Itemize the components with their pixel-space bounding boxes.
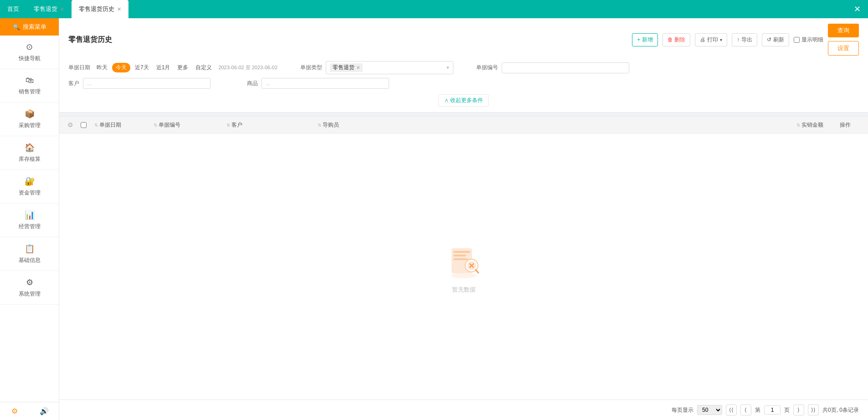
toolbar: + 新增 🗑 删除 🖨 打印 ▾ ↑ 导出 ↺ 刷新 — [632, 24, 859, 56]
th-gear[interactable]: ⚙ — [64, 121, 77, 128]
th-date: ⇅ 单据日期 — [91, 121, 150, 129]
collapse-button[interactable]: ∧ 收起更多条件 — [438, 94, 489, 107]
th-operation: 操作 — [827, 121, 863, 129]
sidebar-item-sales[interactable]: 🛍 销售管理 — [0, 69, 59, 102]
first-page-button[interactable]: ⟨⟨ — [726, 405, 737, 415]
filter-row-2: 客户 ... 商品 ... — [68, 78, 859, 89]
main-layout: 🔍 搜索菜单 ⊙ 快捷导航 🛍 销售管理 📦 采购管理 🏠 库存核算 🔐 资金管… — [0, 18, 868, 420]
total-info: 共0页, 0条记录 — [822, 406, 859, 414]
date-range-display: 2023-06-02 至 2023-06-02 — [218, 64, 277, 71]
tab-retail-return-history[interactable]: 零售退货历史 ✕ — [72, 0, 128, 18]
sidebar-item-business[interactable]: 📊 经营管理 — [0, 204, 59, 237]
collapse-row: ∧ 收起更多条件 — [68, 91, 859, 112]
goods-filter-select[interactable]: ... — [262, 78, 389, 89]
export-button[interactable]: ↑ 导出 — [732, 33, 757, 46]
date-btn-7days[interactable]: 近7天 — [132, 63, 152, 72]
page-label: 第 — [755, 406, 760, 414]
page-header: 零售退货历史 + 新增 🗑 删除 🖨 打印 ▾ ↑ 导出 ↺ — [59, 18, 868, 113]
next-page-button[interactable]: ⟩ — [793, 405, 804, 415]
top-bar: 首页 零售退货 ✕ 零售退货历史 ✕ ✕ — [0, 0, 868, 18]
table-area: ⚙ ⇅ 单据日期 ⇅ 单据编号 ⇅ 客户 ⇅ — [59, 116, 868, 420]
th-amount: ⇅ 实销金额 — [382, 121, 827, 129]
tab-retail-return[interactable]: 零售退货 ✕ — [26, 0, 72, 18]
pagination: 每页显示 50 100 200 ⟨⟨ ⟨ 第 页 ⟩ ⟩⟩ 共0页, 0条记录 — [59, 400, 868, 420]
sales-icon: 🛍 — [26, 76, 34, 85]
th-checkbox[interactable] — [77, 122, 91, 128]
delete-button[interactable]: 🗑 删除 — [663, 33, 690, 46]
customer-filter-label: 客户 — [68, 80, 79, 87]
customer-filter-group: 客户 ... — [68, 78, 211, 89]
volume-button[interactable]: 🔊 — [30, 402, 59, 420]
goods-filter-group: 商品 ... — [247, 78, 389, 89]
sidebar-bottom: ⚙ 🔊 — [0, 402, 59, 420]
type-filter-select[interactable]: 零售退货 ✕ ▾ — [326, 61, 453, 74]
sidebar-item-purchase[interactable]: 📦 采购管理 — [0, 102, 59, 136]
type-filter-label: 单据类型 — [300, 64, 322, 72]
setting-button[interactable]: 设置 — [828, 41, 859, 56]
query-action-buttons: 查询 设置 — [828, 24, 859, 56]
sidebar: 🔍 搜索菜单 ⊙ 快捷导航 🛍 销售管理 📦 采购管理 🏠 库存核算 🔐 资金管… — [0, 18, 59, 420]
bill-no-input[interactable] — [502, 62, 629, 73]
search-icon: 🔍 — [13, 24, 20, 31]
filter-area: 单据日期 昨天 今天 近7天 近1月 更多 自定义 2023-06-02 至 2… — [68, 61, 859, 112]
guide-sort-icon[interactable]: ⇅ — [318, 123, 321, 128]
select-all-checkbox[interactable] — [81, 122, 87, 128]
show-detail-checkbox[interactable] — [794, 37, 800, 43]
per-page-select[interactable]: 50 100 200 — [697, 405, 722, 415]
basic-info-icon: 📋 — [25, 244, 35, 254]
print-button[interactable]: 🖨 打印 ▾ — [695, 33, 727, 46]
page-number-input[interactable] — [764, 405, 781, 415]
settings-bottom-icon: ⚙ — [11, 407, 18, 415]
empty-text: 暂无数据 — [452, 286, 476, 294]
sidebar-item-system[interactable]: ⚙ 系统管理 — [0, 271, 59, 305]
refresh-icon: ↺ — [767, 36, 771, 43]
date-sort-icon[interactable]: ⇅ — [94, 123, 98, 128]
business-icon: 📊 — [25, 210, 35, 220]
sidebar-item-finance[interactable]: 🔐 资金管理 — [0, 170, 59, 204]
svg-rect-3 — [453, 255, 466, 256]
filter-row-1: 单据日期 昨天 今天 近7天 近1月 更多 自定义 2023-06-02 至 2… — [68, 61, 859, 74]
th-guide: ⇅ 导购员 — [314, 121, 382, 129]
tab-retail-return-history-close[interactable]: ✕ — [117, 6, 121, 12]
settings-bottom-button[interactable]: ⚙ — [0, 402, 30, 420]
date-filter-group: 单据日期 昨天 今天 近7天 近1月 更多 自定义 2023-06-02 至 2… — [68, 63, 277, 72]
empty-icon — [443, 239, 484, 280]
prev-page-button[interactable]: ⟨ — [740, 405, 751, 415]
per-page-label: 每页显示 — [672, 406, 693, 414]
empty-state: 暂无数据 — [59, 133, 868, 400]
date-btn-more[interactable]: 更多 — [175, 63, 191, 72]
gear-icon[interactable]: ⚙ — [67, 121, 73, 128]
customer-sort-icon[interactable]: ⇅ — [226, 123, 230, 128]
page-title: 零售退货历史 — [68, 35, 112, 45]
date-btn-1month[interactable]: 近1月 — [154, 63, 173, 72]
customer-filter-select[interactable]: ... — [83, 78, 211, 89]
date-btn-yesterday[interactable]: 昨天 — [94, 63, 110, 72]
type-filter-group: 单据类型 零售退货 ✕ ▾ — [300, 61, 453, 74]
query-button[interactable]: 查询 — [828, 24, 859, 37]
system-icon: ⚙ — [26, 277, 33, 287]
tab-home[interactable]: 首页 — [0, 0, 26, 18]
quick-nav-icon: ⊙ — [26, 42, 33, 52]
show-detail-checkbox-label[interactable]: 显示明细 — [794, 36, 823, 44]
last-page-button[interactable]: ⟩⟩ — [808, 405, 819, 415]
type-tag: 零售退货 ✕ — [330, 63, 363, 72]
sidebar-item-inventory[interactable]: 🏠 库存核算 — [0, 136, 59, 170]
tab-retail-return-close[interactable]: ✕ — [60, 6, 64, 12]
sidebar-item-quick-nav[interactable]: ⊙ 快捷导航 — [0, 36, 59, 69]
sidebar-item-basic-info[interactable]: 📋 基础信息 — [0, 237, 59, 271]
date-btn-today[interactable]: 今天 — [112, 63, 130, 72]
refresh-button[interactable]: ↺ 刷新 — [762, 33, 789, 46]
date-filter-label: 单据日期 — [68, 64, 90, 72]
date-btn-custom[interactable]: 自定义 — [193, 63, 215, 72]
th-customer: ⇅ 客户 — [223, 121, 314, 129]
finance-icon: 🔐 — [25, 176, 35, 186]
window-close-button[interactable]: ✕ — [847, 4, 868, 14]
amount-sort-icon[interactable]: ⇅ — [796, 123, 800, 128]
print-icon: 🖨 — [700, 36, 705, 43]
new-button[interactable]: + 新增 — [632, 33, 657, 46]
bill-no-filter-group: 单据编号 — [476, 62, 629, 73]
tab-list: 首页 零售退货 ✕ 零售退货历史 ✕ — [0, 0, 847, 18]
type-tag-close[interactable]: ✕ — [356, 65, 360, 70]
search-menu-button[interactable]: 🔍 搜索菜单 — [0, 18, 59, 36]
bill-sort-icon[interactable]: ⇅ — [154, 123, 157, 128]
